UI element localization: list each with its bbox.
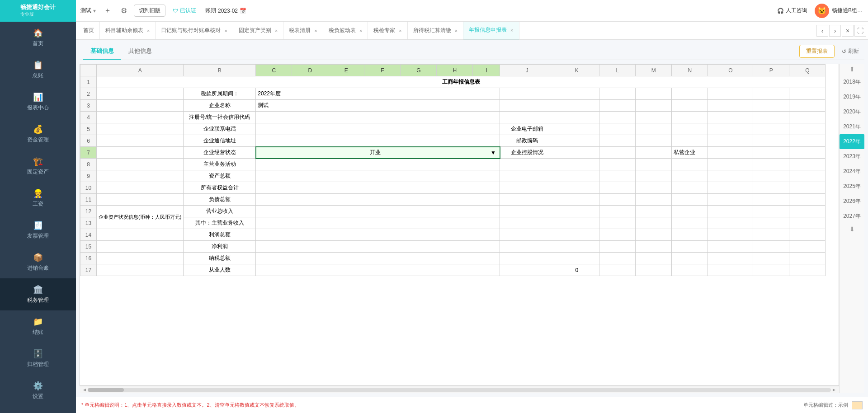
tab-close-journal[interactable]: ×: [224, 28, 227, 33]
tab-income-tax[interactable]: 所得税汇算清缴 ×: [408, 22, 463, 40]
sidebar-item-invoice[interactable]: 🧾 发票管理: [0, 214, 76, 246]
year-nav-down[interactable]: ⬇: [840, 224, 864, 235]
sub-tab-basic[interactable]: 基础信息: [83, 43, 121, 60]
scroll-thumb[interactable]: [88, 388, 124, 392]
year-item-2025[interactable]: 2025年: [840, 179, 864, 194]
tab-tax-list[interactable]: 税表清册 ×: [283, 22, 323, 40]
cell-12-c[interactable]: [256, 206, 500, 217]
cell-17-c[interactable]: [256, 264, 500, 276]
reset-report-button[interactable]: 重置报表: [799, 45, 835, 58]
cell-7-n[interactable]: 私营企业: [672, 147, 708, 159]
cell-16-c[interactable]: [256, 253, 500, 264]
tab-close-tax-expert[interactable]: ×: [399, 28, 401, 33]
sidebar-item-close[interactable]: 📁 结账: [0, 310, 76, 343]
spreadsheet-main[interactable]: A B C D E F G H I J: [80, 64, 839, 386]
tab-fixed-asset[interactable]: 固定资产类别 ×: [233, 22, 283, 40]
settings-icon[interactable]: ⚙: [118, 5, 130, 17]
horizontal-scrollbar[interactable]: ◄ ►: [80, 386, 839, 393]
tab-tax-fluctuation[interactable]: 税负波动表 ×: [323, 22, 368, 40]
sidebar-item-salary[interactable]: 👷 工资: [0, 182, 76, 214]
tab-close-annual-report[interactable]: ×: [510, 28, 513, 33]
cell-14-j: [500, 229, 554, 241]
cell-7-k[interactable]: [554, 147, 599, 159]
sub-tab-other[interactable]: 其他信息: [121, 43, 159, 60]
cell-6-k[interactable]: [554, 135, 599, 147]
sidebar-item-inventory[interactable]: 📦 进销台账: [0, 246, 76, 278]
cell-3-a: [97, 100, 184, 112]
cell-1-title[interactable]: 工商年报信息表: [97, 76, 826, 88]
cell-2-c[interactable]: 2022年度: [256, 88, 500, 100]
year-item-2019[interactable]: 2019年: [840, 89, 864, 104]
year-item-2021[interactable]: 2021年: [840, 119, 864, 134]
tab-close-subject-balance[interactable]: ×: [147, 28, 150, 33]
tab-journal[interactable]: 日记账与银行对账单核对 ×: [156, 22, 233, 40]
scroll-left-btn[interactable]: ◄: [81, 387, 88, 392]
tab-nav-next[interactable]: ›: [829, 25, 841, 37]
tab-annual-report[interactable]: 年报信息申报表 ×: [463, 22, 519, 40]
year-item-2027[interactable]: 2027年: [840, 209, 864, 224]
add-tab-button[interactable]: ＋: [101, 5, 114, 17]
sidebar-item-settings[interactable]: ⚙️ 设置: [0, 375, 76, 407]
cell-14-l: [599, 229, 636, 241]
tab-subject-balance[interactable]: 科目辅助余额表 ×: [100, 22, 156, 40]
sidebar-item-reports[interactable]: 📊 报表中心: [0, 86, 76, 118]
tab-dropdown-arrow[interactable]: ▾: [93, 8, 96, 14]
sidebar-item-ledger[interactable]: 📋 总账: [0, 54, 76, 86]
user-info[interactable]: 🐱 畅捷通B组…: [815, 4, 863, 18]
cell-4-l: [599, 112, 636, 123]
sidebar-item-guide[interactable]: 🎬 新手引导: [0, 407, 76, 413]
tab-nav-expand[interactable]: ⛶: [854, 25, 866, 37]
sidebar-item-assets[interactable]: 🏗️ 固定资产: [0, 150, 76, 182]
tab-nav-close[interactable]: ×: [842, 25, 854, 37]
cell-14-c[interactable]: [256, 229, 500, 241]
tab-close-tax-list[interactable]: ×: [314, 28, 317, 33]
dropdown-arrow[interactable]: ▼: [491, 150, 496, 156]
sidebar-item-home[interactable]: 🏠 首页: [0, 22, 76, 54]
cell-4-c[interactable]: [256, 112, 500, 123]
cell-13-c[interactable]: [256, 217, 500, 229]
tab-close-income-tax[interactable]: ×: [455, 28, 458, 33]
cell-6-l: [599, 135, 636, 147]
year-item-2024[interactable]: 2024年: [840, 164, 864, 179]
tab-nav-prev[interactable]: ‹: [816, 25, 828, 37]
cell-7-c-dropdown[interactable]: 开业 ▼: [256, 147, 500, 159]
year-item-2018[interactable]: 2018年: [840, 75, 864, 89]
scroll-right-btn[interactable]: ►: [831, 387, 837, 392]
col-header-b: B: [184, 65, 256, 76]
cell-5-c[interactable]: [256, 123, 500, 135]
tab-close-fixed-asset[interactable]: ×: [275, 28, 278, 33]
sidebar-item-archive[interactable]: 🗄️ 归档管理: [0, 343, 76, 375]
old-version-button[interactable]: 切到旧版: [134, 5, 165, 17]
tab-close-tax-fluctuation[interactable]: ×: [359, 28, 362, 33]
tab-tax-expert[interactable]: 税检专家 ×: [368, 22, 407, 40]
cell-8-c[interactable]: [256, 159, 500, 170]
cell-16-b: 纳税总额: [184, 253, 256, 264]
cell-5-k[interactable]: [554, 123, 599, 135]
cell-17-k[interactable]: 0: [554, 264, 599, 276]
calendar-icon[interactable]: 📅: [240, 8, 246, 14]
cell-8-m: [636, 159, 672, 170]
cell-15-c[interactable]: [256, 241, 500, 253]
cell-3-c[interactable]: 测试: [256, 100, 500, 112]
cell-7-l[interactable]: [599, 147, 636, 159]
sidebar-item-funds[interactable]: 💰 资金管理: [0, 118, 76, 150]
cell-9-c[interactable]: [256, 170, 500, 182]
cell-7-m[interactable]: [636, 147, 672, 159]
tab-home[interactable]: 首页: [78, 22, 100, 40]
refresh-button[interactable]: ↺ 刷新: [838, 45, 863, 57]
current-tab-selector[interactable]: 测试 ▾: [80, 7, 96, 14]
year-item-2020[interactable]: 2020年: [840, 104, 864, 119]
year-nav-up[interactable]: ⬆: [840, 64, 864, 75]
year-item-2023[interactable]: 2023年: [840, 149, 864, 164]
sample-box: [852, 401, 863, 409]
scroll-track[interactable]: [88, 388, 831, 392]
cell-10-c[interactable]: [256, 182, 500, 194]
year-item-2026[interactable]: 2026年: [840, 194, 864, 209]
table-row: 4 注册号/统一社会信用代码: [80, 112, 826, 123]
sidebar-item-tax[interactable]: 🏛️ 税务管理: [0, 278, 76, 310]
cell-11-c[interactable]: [256, 194, 500, 206]
service-button[interactable]: 🎧 人工咨询: [777, 7, 807, 14]
cell-6-c[interactable]: [256, 135, 500, 147]
year-item-2022[interactable]: 2022年: [840, 134, 864, 149]
cell-12-a-merged: 企业资产状况信息(币种：人民币万元): [97, 206, 184, 229]
